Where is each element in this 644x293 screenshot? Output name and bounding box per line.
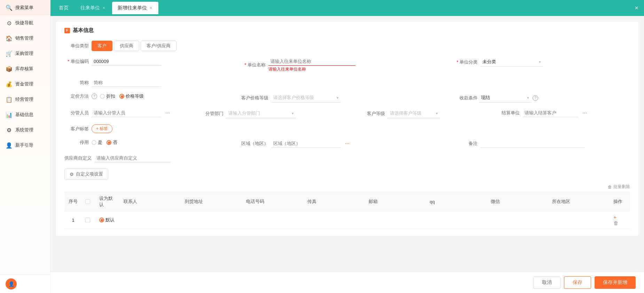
- payment-terms-select[interactable]: 现结 ▾: [479, 93, 531, 103]
- chevron-down-icon-4: ▾: [292, 111, 294, 116]
- supplier-custom-input[interactable]: [94, 154, 171, 162]
- manager-input[interactable]: [92, 109, 161, 117]
- pricing-level-label: 价格等级: [126, 93, 144, 99]
- pricing-help-icon[interactable]: ?: [92, 93, 97, 99]
- type-btn-supplier[interactable]: 供应商: [114, 41, 139, 51]
- row-phone-input[interactable]: [246, 218, 300, 223]
- finance-icon: 💰: [6, 81, 13, 88]
- add-tag-button[interactable]: + 标签: [92, 124, 112, 133]
- sidebar-item-purchase[interactable]: 🛒 采购管理: [0, 46, 50, 61]
- tab-counterparty-close[interactable]: ×: [102, 5, 106, 11]
- row-qq[interactable]: [426, 211, 487, 229]
- section-icon: F: [64, 28, 70, 33]
- row-select-checkbox[interactable]: [85, 218, 90, 222]
- sidebar-item-operation[interactable]: 📋 经营管理: [0, 92, 50, 107]
- tab-counterparty[interactable]: 往来单位 ×: [75, 2, 111, 14]
- row-email-input[interactable]: [369, 218, 423, 223]
- select-all-checkbox[interactable]: [85, 199, 90, 204]
- col-seq: 序号: [64, 192, 82, 211]
- sidebar-item-basic[interactable]: 📊 基础信息: [0, 107, 50, 122]
- customer-price-select[interactable]: 请选择客户价格等级 ▾: [271, 93, 341, 103]
- sidebar-item-search[interactable]: 🔍 搜索菜单: [0, 0, 50, 15]
- region-more-btn[interactable]: ···: [344, 140, 351, 147]
- row-address[interactable]: [181, 211, 243, 229]
- unit-name-wrap: 请输入往来单位名称: [268, 57, 453, 72]
- region-input[interactable]: [271, 139, 341, 148]
- footer-bar: 取消 保存 保存并新增: [50, 272, 644, 293]
- row-qq-input[interactable]: [430, 218, 484, 223]
- row-delete-btn[interactable]: 🗑: [613, 220, 619, 226]
- section-title: F 基本信息: [64, 27, 630, 34]
- row-add-btn[interactable]: +: [613, 214, 616, 220]
- unit-name-input[interactable]: [268, 57, 355, 66]
- sidebar-item-label: 销售管理: [15, 35, 33, 41]
- section-title-text: 基本信息: [73, 27, 94, 34]
- tab-home[interactable]: 首页: [53, 2, 74, 14]
- sidebar-user-btn[interactable]: 👤: [6, 278, 17, 290]
- pricing-option-discount[interactable]: 折扣: [100, 93, 115, 99]
- cancel-button[interactable]: 取消: [533, 276, 560, 289]
- unit-code-input[interactable]: [92, 57, 161, 66]
- tab-new-counterparty-close[interactable]: ×: [149, 5, 153, 11]
- tag-label: 客户标签: [64, 126, 89, 132]
- tag-field: 客户标签 + 标签: [64, 124, 630, 133]
- sidebar-item-guide[interactable]: 👤 新手引导: [0, 138, 50, 153]
- sidebar-item-system[interactable]: ⚙ 系统管理: [0, 122, 50, 138]
- row-wechat-input[interactable]: [491, 218, 545, 223]
- department-select[interactable]: 请输入分管部门 ▾: [226, 109, 296, 118]
- row-region[interactable]: [549, 211, 610, 229]
- disable-no[interactable]: 否: [107, 139, 117, 146]
- payment-terms-value: 现结: [481, 95, 490, 101]
- abbr-row: 简称: [64, 79, 630, 87]
- row-fax-input[interactable]: [307, 218, 362, 223]
- sidebar-item-sales[interactable]: 🏠 销售管理: [0, 31, 50, 46]
- unit-type-buttons: 客户 供应商 客户/供应商: [92, 41, 176, 51]
- row-phone[interactable]: [243, 211, 304, 229]
- type-btn-both[interactable]: 客户/供应商: [141, 41, 176, 51]
- sidebar-item-inventory[interactable]: 📦 库存核算: [0, 61, 50, 76]
- disable-row: 停用 是 否 区域（地区） ···: [64, 139, 630, 148]
- col-action: 操作: [610, 192, 630, 211]
- row-contact[interactable]: [120, 211, 181, 229]
- sidebar-item-quicknav[interactable]: ⊙ 快捷导航: [0, 15, 50, 31]
- settlement-input[interactable]: [523, 109, 578, 117]
- disable-yes[interactable]: 是: [92, 139, 102, 146]
- tab-counterparty-label: 往来单位: [80, 5, 100, 11]
- row-region-input[interactable]: [552, 218, 606, 223]
- custom-settings-button[interactable]: ⚙ 自定义项设置: [64, 169, 108, 180]
- row-default-radio[interactable]: 默认: [99, 217, 117, 223]
- row-fax[interactable]: [304, 211, 365, 229]
- settlement-more-btn[interactable]: ···: [581, 110, 588, 116]
- col-contact: 联系人: [120, 192, 181, 211]
- manager-row: 分管人员 ··· 分管部门 请输入分管部门 ▾ 客户等级 请选择客户等级 ▾: [64, 109, 630, 118]
- save-new-button[interactable]: 保存并新增: [595, 276, 636, 289]
- unit-category-select[interactable]: 未分类 ▾: [480, 57, 543, 67]
- sidebar-item-finance[interactable]: 💰 资金管理: [0, 76, 50, 92]
- remark-input[interactable]: [480, 139, 585, 148]
- supplier-custom-label: 供应商自定义: [64, 155, 92, 161]
- pricing-option-level[interactable]: 价格等级: [119, 93, 144, 99]
- window-close-btn[interactable]: ×: [632, 3, 641, 13]
- customer-level-field: 客户等级 请选择客户等级 ▾: [361, 109, 495, 118]
- batch-delete-button[interactable]: 🗑 批量删除: [608, 184, 630, 190]
- abbr-input[interactable]: [92, 79, 161, 87]
- customer-level-select[interactable]: 请选择客户等级 ▾: [388, 109, 440, 118]
- type-btn-customer[interactable]: 客户: [92, 41, 112, 51]
- row-email[interactable]: [365, 211, 426, 229]
- payment-help-icon[interactable]: ?: [533, 95, 538, 101]
- row-contact-input[interactable]: [124, 218, 178, 223]
- row-address-input[interactable]: [185, 218, 239, 223]
- manager-more-btn[interactable]: ···: [164, 110, 171, 116]
- unit-code-field: 单位编码: [64, 57, 241, 66]
- customer-level-label: 客户等级: [361, 111, 385, 117]
- row-wechat[interactable]: [487, 211, 549, 229]
- row-action: + 🗑: [610, 211, 630, 229]
- row-default-label: 默认: [105, 217, 115, 223]
- sidebar-item-label: 资金管理: [15, 81, 33, 87]
- chevron-down-icon-3: ▾: [527, 96, 529, 100]
- row-seq: 1: [64, 211, 82, 229]
- guide-icon: 👤: [6, 142, 13, 149]
- inventory-icon: 📦: [6, 65, 13, 72]
- tab-new-counterparty[interactable]: 新增往来单位 ×: [112, 2, 158, 14]
- save-button[interactable]: 保存: [564, 276, 591, 289]
